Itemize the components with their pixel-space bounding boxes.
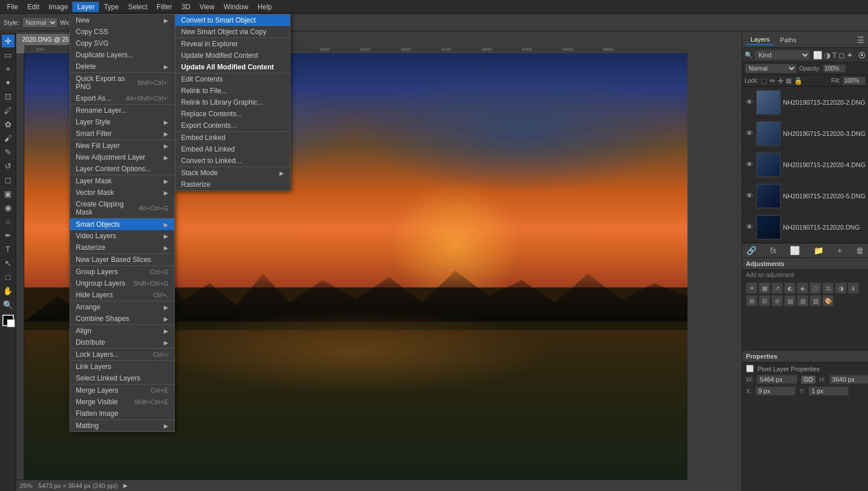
layer-item[interactable]: 👁 NH20190715-212020-5.DNG (742, 180, 868, 212)
bw-adj[interactable]: ◑ (835, 282, 847, 294)
menu-rasterize-smart[interactable]: Rasterize (175, 179, 290, 190)
zoom-tool[interactable]: 🔍 (2, 298, 14, 311)
path-select-tool[interactable]: ↖ (2, 257, 14, 270)
height-property-input[interactable] (829, 375, 868, 384)
create-layer-icon[interactable]: + (836, 245, 844, 256)
filter-type-select[interactable]: Kind (755, 50, 810, 60)
menu-ungroup-layers[interactable]: Ungroup Layers Shift+Ctrl+G (70, 278, 174, 289)
menu-export-as[interactable]: Export As... Alt+Shift+Ctrl+' (70, 93, 174, 104)
menu-new-fill-layer[interactable]: New Fill Layer ▶ (70, 140, 174, 152)
menu-create-clipping-mask[interactable]: Create Clipping Mask Alt+Ctrl+G (70, 198, 174, 218)
menu-rename-layer[interactable]: Rename Layer... (70, 105, 174, 116)
menu-align[interactable]: Align ▶ (70, 325, 174, 337)
layer-visibility-toggle[interactable]: 👁 (745, 191, 754, 200)
menu-combine-shapes[interactable]: Combine Shapes ▶ (70, 313, 174, 324)
blend-mode-select[interactable]: Normal (745, 64, 797, 73)
x-property-input[interactable] (755, 386, 796, 396)
menu-arrange[interactable]: Arrange ▶ (70, 301, 174, 313)
invert-adj[interactable]: ⊘ (771, 295, 783, 307)
menu-convert-to-smart-object[interactable]: Convert to Smart Object (175, 14, 290, 26)
menu-layer-content-options[interactable]: Layer Content Options... (70, 163, 174, 175)
exposure-adj[interactable]: ◐ (784, 282, 796, 294)
menu-copy-svg[interactable]: Copy SVG (70, 38, 174, 49)
photo-filter-adj[interactable]: 🌡 (848, 282, 859, 294)
menu-export-contents[interactable]: Export Contents... (175, 120, 290, 131)
magic-wand-tool[interactable]: ✦ (2, 76, 14, 89)
menu-new[interactable]: New ▶ (70, 14, 174, 26)
dodge-tool[interactable]: ○ (2, 215, 14, 228)
menu-link-layers[interactable]: Link Layers (70, 361, 174, 372)
menu-layer-mask[interactable]: Layer Mask ▶ (70, 175, 174, 187)
layer-item[interactable]: 👁 NH20190715-212020-4.DNG (742, 149, 868, 180)
layer-item[interactable]: 👁 NH20190715-212020-2.DNG (742, 87, 868, 118)
brightness-contrast-adj[interactable]: ☀ (746, 282, 757, 294)
menu-distribute[interactable]: Distribute ▶ (70, 337, 174, 348)
layer-item[interactable]: 👁 NH20190715-212020-3.DNG (742, 118, 868, 149)
fill-input[interactable] (843, 76, 866, 85)
lock-all-icon[interactable]: 🔒 (794, 77, 803, 85)
menu-update-modified-content[interactable]: Update Modified Content (175, 50, 290, 61)
menu-file[interactable]: File (2, 2, 23, 12)
menu-filter[interactable]: Filter (152, 2, 177, 12)
move-tool[interactable]: ✛ (2, 35, 14, 47)
filter-icon-smart[interactable]: ✦ (847, 51, 853, 60)
menu-layer-style[interactable]: Layer Style ▶ (70, 116, 174, 128)
hand-tool[interactable]: ✋ (2, 285, 14, 297)
menu-relink-to-library-graphic[interactable]: Relink to Library Graphic... (175, 97, 290, 108)
filter-icon-adjust[interactable]: ◑ (824, 51, 830, 60)
posterize-adj[interactable]: ▤ (784, 295, 796, 307)
blur-tool[interactable]: ◉ (2, 201, 14, 214)
lasso-tool[interactable]: ⌖ (2, 62, 14, 75)
panel-menu-icon[interactable]: ☰ (857, 35, 865, 45)
filter-icon-shape[interactable]: ◻ (838, 51, 845, 60)
layer-visibility-toggle[interactable]: 👁 (745, 160, 754, 169)
menu-view[interactable]: View (195, 2, 219, 12)
layer-link-icon[interactable]: 🔗 (745, 245, 758, 256)
menu-select[interactable]: Select (123, 2, 152, 12)
lock-transparency-icon[interactable]: ⬚ (761, 77, 767, 85)
menu-new-layer-based-slices[interactable]: New Layer Based Slices (70, 254, 174, 265)
style-select[interactable]: Normal (22, 17, 58, 28)
lock-artboard-icon[interactable]: ⊠ (786, 77, 792, 85)
lock-paint-icon[interactable]: ✏ (770, 77, 775, 85)
menu-new-adjustment-layer[interactable]: New Adjustment Layer ▶ (70, 152, 174, 163)
menu-layer[interactable]: Layer (72, 2, 99, 12)
menu-update-all-modified-content[interactable]: Update All Modified Content (175, 61, 290, 73)
type-tool[interactable]: T (2, 243, 14, 256)
y-property-input[interactable] (808, 386, 849, 396)
menu-smart-objects[interactable]: Smart Objects ▶ (70, 219, 174, 230)
menu-3d[interactable]: 3D (176, 2, 194, 12)
clone-tool[interactable]: ✎ (2, 146, 14, 158)
selective-color-adj[interactable]: 🎨 (822, 295, 834, 307)
crop-tool[interactable]: ⊡ (2, 90, 14, 103)
brush-tool[interactable]: 🖌 (2, 132, 14, 145)
history-brush-tool[interactable]: ↺ (2, 160, 14, 172)
menu-hide-layers[interactable]: Hide Layers Ctrl+, (70, 289, 174, 301)
menu-quick-export[interactable]: Quick Export as PNG Shift+Ctrl+' (70, 73, 174, 93)
menu-reveal-in-explorer[interactable]: Reveal in Explorer (175, 38, 290, 50)
select-tool[interactable]: ▭ (2, 49, 14, 61)
layer-visibility-toggle[interactable]: 👁 (745, 129, 754, 138)
menu-replace-contents[interactable]: Replace Contents... (175, 108, 290, 120)
menu-type[interactable]: Type (99, 2, 123, 12)
menu-embed-linked[interactable]: Embed Linked (175, 132, 290, 143)
create-group-icon[interactable]: 📁 (812, 245, 825, 256)
eraser-tool[interactable]: ◻ (2, 173, 14, 186)
menu-vector-mask[interactable]: Vector Mask ▶ (70, 187, 174, 198)
filter-toggle[interactable]: ⦿ (858, 51, 866, 60)
menu-matting[interactable]: Matting ▶ (70, 420, 174, 431)
layer-visibility-toggle[interactable]: 👁 (745, 223, 754, 231)
menu-delete[interactable]: Delete ▶ (70, 61, 174, 72)
menu-flatten-image[interactable]: Flatten Image (70, 408, 174, 419)
menu-group-layers[interactable]: Group Layers Ctrl+G (70, 266, 174, 278)
add-layer-style-icon[interactable]: fx (768, 245, 778, 256)
menu-help[interactable]: Help (253, 2, 277, 12)
menu-copy-css[interactable]: Copy CSS (70, 26, 174, 38)
menu-image[interactable]: Image (44, 2, 72, 12)
menu-edit-contents[interactable]: Edit Contents (175, 73, 290, 85)
add-mask-icon[interactable]: ⬜ (788, 245, 801, 256)
menu-select-linked-layers[interactable]: Select Linked Layers (70, 372, 174, 384)
layer-visibility-toggle[interactable]: 👁 (745, 98, 754, 106)
shape-tool[interactable]: □ (2, 271, 14, 283)
channel-mixer-adj[interactable]: ⊞ (746, 295, 757, 307)
